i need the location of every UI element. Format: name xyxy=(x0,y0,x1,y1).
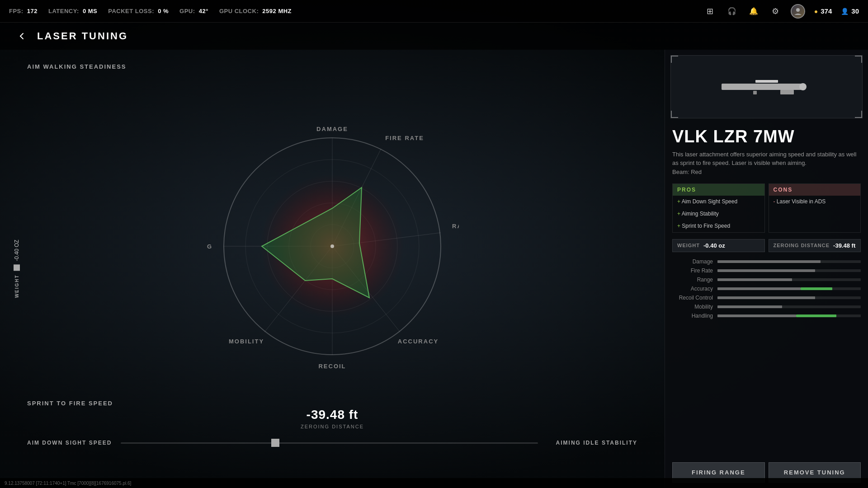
stat-bar-fill xyxy=(717,278,792,281)
svg-text:FIRE RATE: FIRE RATE xyxy=(385,135,424,141)
radar-chart-container: DAMAGE FIRE RATE RANGE ACCURACY RECOIL M… xyxy=(72,77,592,416)
cons-item-1: Laser Visible in ADS xyxy=(769,196,861,208)
stat-bar-fill xyxy=(717,296,815,299)
gpu-stat: GPU: 42° xyxy=(179,8,208,14)
attachment-svg xyxy=(717,75,816,98)
currency-tokens: 👤 30 xyxy=(841,7,859,15)
weight-chip: WEIGHT -0.40 oz xyxy=(672,239,765,252)
ads-slider-track[interactable] xyxy=(121,442,538,444)
hud-right: ⊞ 🎧 🔔 ⚙ ● 374 👤 30 xyxy=(704,4,859,19)
aim-walking-steadiness-label: AIM WALKING STEADINESS xyxy=(27,63,127,70)
aiming-idle-label: AIMING IDLE STABILITY xyxy=(547,440,637,446)
currency-icon: ● xyxy=(814,8,818,15)
grid-icon[interactable]: ⊞ xyxy=(704,5,717,18)
right-panel: VLK LZR 7MW This laser attachment offers… xyxy=(665,50,868,488)
latency-stat: LATENCY: 0 MS xyxy=(48,8,97,14)
svg-text:HANDLING: HANDLING xyxy=(206,243,212,250)
main-content: AIM WALKING STEADINESS SPRINT TO FIRE SP… xyxy=(0,50,868,488)
stat-bar-track xyxy=(717,314,861,317)
stat-bar-row: Mobility xyxy=(672,304,861,310)
stat-bar-label: Fire Rate xyxy=(672,267,713,274)
weight-indicator: -0.40 OZ WEIGHT xyxy=(14,239,20,298)
stat-bar-row: Fire Rate xyxy=(672,267,861,274)
corner-tr xyxy=(855,56,862,63)
zeroing-value: -39.48 ft xyxy=(301,408,364,422)
svg-rect-23 xyxy=(722,84,803,90)
svg-text:RANGE: RANGE xyxy=(452,223,459,230)
stat-bar-track xyxy=(717,296,861,299)
pros-box: PROS Aim Down Sight Speed Aiming Stabili… xyxy=(672,183,765,232)
stat-bar-fill xyxy=(717,314,796,317)
stat-bar-label: Accuracy xyxy=(672,286,713,292)
stat-bar-fill xyxy=(717,269,815,272)
stat-bar-label: Recoil Control xyxy=(672,295,713,301)
svg-text:RECOIL: RECOIL xyxy=(318,363,346,370)
hud-bar: FPS: 172 LATENCY: 0 MS PACKET LOSS: 0 % … xyxy=(0,0,868,23)
stat-bar-label: Mobility xyxy=(672,304,713,310)
zeroing-chip-label: ZEROING DISTANCE xyxy=(774,243,830,248)
ads-slider-thumb[interactable] xyxy=(271,439,279,447)
weight-thumb[interactable] xyxy=(14,265,20,271)
back-button[interactable] xyxy=(14,28,30,44)
avatar[interactable] xyxy=(791,4,805,19)
svg-rect-25 xyxy=(753,91,757,94)
fps-stat: FPS: 172 xyxy=(9,8,38,14)
stat-bar-label: Handling xyxy=(672,313,713,319)
stat-bars-container: DamageFire RateRangeAccuracyRecoil Contr… xyxy=(665,256,868,457)
stat-bar-track xyxy=(717,287,861,290)
tokens-icon: 👤 xyxy=(841,8,849,15)
packet-loss-stat: PACKET LOSS: 0 % xyxy=(108,8,169,14)
page-title: LASER TUNING xyxy=(37,30,128,42)
weight-chip-label: WEIGHT xyxy=(677,243,700,248)
corner-tl xyxy=(671,56,678,63)
settings-icon[interactable]: ⚙ xyxy=(769,5,782,18)
gpu-clock-stat: GPU CLOCK: 2592 MHZ xyxy=(219,8,292,14)
ads-slider-row: AIM DOWN SIGHT SPEED AIMING IDLE STABILI… xyxy=(27,425,637,461)
stat-bar-accent xyxy=(796,314,836,317)
stat-bar-track xyxy=(717,278,861,281)
stat-bar-row: Handling xyxy=(672,313,861,319)
headphones-icon[interactable]: 🎧 xyxy=(726,5,738,18)
pros-item-2: Aiming Stability xyxy=(673,208,764,220)
stat-bar-row: Damage xyxy=(672,258,861,265)
pros-item-3: Sprint to Fire Speed xyxy=(673,220,764,232)
corner-br xyxy=(855,111,862,118)
stat-bar-row: Range xyxy=(672,277,861,283)
left-panel: AIM WALKING STEADINESS SPRINT TO FIRE SP… xyxy=(0,50,665,488)
debug-bar: 9.12.13758007 [72:11:1740+1] Tmc [7000][… xyxy=(0,478,868,488)
svg-text:MOBILITY: MOBILITY xyxy=(229,338,264,345)
svg-point-0 xyxy=(796,8,800,12)
svg-rect-26 xyxy=(780,90,794,94)
zeroing-chip-value: -39.48 ft xyxy=(833,242,855,249)
pros-cons-container: PROS Aim Down Sight Speed Aiming Stabili… xyxy=(665,181,868,235)
stat-bar-track xyxy=(717,260,861,263)
svg-text:ACCURACY: ACCURACY xyxy=(398,338,439,345)
horizontal-slider-area: AIM DOWN SIGHT SPEED AIMING IDLE STABILI… xyxy=(27,425,637,461)
stat-bar-track xyxy=(717,269,861,272)
svg-point-27 xyxy=(799,83,807,90)
stat-bar-track xyxy=(717,305,861,308)
zeroing-chip: ZEROING DISTANCE -39.48 ft xyxy=(769,239,861,252)
currency-cod-points: ● 374 xyxy=(814,7,832,15)
weight-label: WEIGHT xyxy=(14,275,19,298)
svg-point-15 xyxy=(330,244,334,248)
attachment-name: VLK LZR 7MW xyxy=(665,124,868,148)
stat-bar-fill xyxy=(717,287,801,290)
pros-item-1: Aim Down Sight Speed xyxy=(673,196,764,208)
stat-bar-fill xyxy=(717,260,821,263)
stat-bar-row: Accuracy xyxy=(672,286,861,292)
cons-header: CONS xyxy=(769,184,861,196)
corner-bl xyxy=(671,111,678,118)
hud-stats: FPS: 172 LATENCY: 0 MS PACKET LOSS: 0 % … xyxy=(9,8,292,14)
ads-speed-label: AIM DOWN SIGHT SPEED xyxy=(27,440,112,446)
page-header: LASER TUNING xyxy=(0,23,868,50)
attachment-preview xyxy=(670,55,863,118)
stat-bar-accent xyxy=(801,287,832,290)
svg-rect-24 xyxy=(755,80,778,83)
bell-icon[interactable]: 🔔 xyxy=(747,5,760,18)
radar-chart: DAMAGE FIRE RATE RANGE ACCURACY RECOIL M… xyxy=(206,120,459,373)
stat-bar-row: Recoil Control xyxy=(672,295,861,301)
pros-header: PROS xyxy=(673,184,764,196)
stat-bar-label: Damage xyxy=(672,258,713,265)
weight-value: -0.40 OZ xyxy=(14,239,20,261)
